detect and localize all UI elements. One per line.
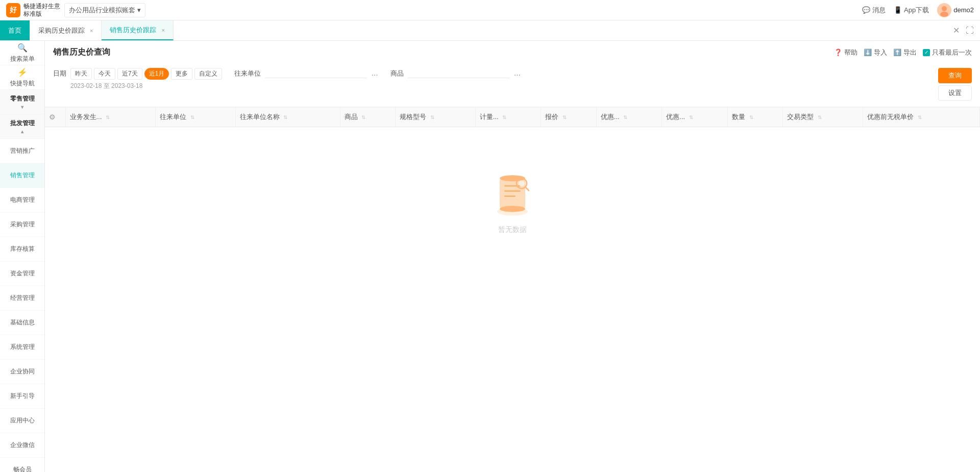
tab-sales-history[interactable]: 销售历史价跟踪 × — [102, 20, 173, 40]
sidebar-item-retail-mgmt[interactable]: 零售管理 ▾ — [0, 90, 44, 114]
maximize-icon[interactable]: ⛶ — [966, 26, 974, 35]
sidebar-item-new-guide[interactable]: 新手引导 — [0, 384, 44, 409]
column-trade-type[interactable]: 交易类型 ⇅ — [783, 107, 863, 127]
sidebar-item-inventory[interactable]: 库存核算 — [0, 237, 44, 262]
product-input-group: ... — [408, 68, 521, 78]
date-btn-custom[interactable]: 自定义 — [194, 68, 222, 80]
sidebar-item-vip[interactable]: 畅会员 — [0, 458, 44, 472]
message-icon: 💬 — [862, 6, 870, 14]
tab-sales-history-label: 销售历史价跟踪 — [110, 26, 156, 35]
partner-input[interactable] — [265, 68, 367, 78]
date-btn-yesterday[interactable]: 昨天 — [70, 68, 92, 80]
tab-purchase-history[interactable]: 采购历史价跟踪 × — [30, 20, 102, 40]
app-download-button[interactable]: 📱 App下载 — [894, 6, 929, 15]
column-quantity[interactable]: 数量 ⇅ — [727, 107, 783, 127]
search-icon: 🔍 — [17, 43, 28, 53]
message-button[interactable]: 💬 消息 — [862, 6, 886, 15]
partner-search-icon[interactable]: ... — [371, 68, 378, 78]
chevron-down-icon: ▾ — [137, 6, 141, 14]
sidebar-item-sales-mgmt[interactable]: 销售管理 — [0, 163, 44, 188]
user-name: demo2 — [953, 6, 974, 14]
close-all-tabs-icon[interactable]: ✕ — [953, 26, 960, 35]
sidebar-item-purchase-mgmt[interactable]: 采购管理 — [0, 213, 44, 237]
sidebar-item-marketing[interactable]: 营销推广 — [0, 139, 44, 163]
sidebar-item-system-mgmt[interactable]: 系统管理 — [0, 335, 44, 360]
page-header: 销售历史价查询 ❓ 帮助 ⬇️ 导入 ⬆️ 导出 ✓ — [45, 41, 980, 107]
header-actions: ❓ 帮助 ⬇️ 导入 ⬆️ 导出 ✓ 只看最后一次 — [834, 48, 972, 57]
content-area: 销售历史价查询 ❓ 帮助 ⬇️ 导入 ⬆️ 导出 ✓ — [45, 41, 980, 472]
sidebar-item-search-menu[interactable]: 🔍 搜索菜单 — [0, 41, 44, 65]
date-btn-more[interactable]: 更多 — [171, 68, 192, 80]
tab-home[interactable]: 首页 — [0, 20, 30, 40]
sort-product-icon: ⇅ — [361, 114, 365, 120]
sidebar-item-basic-info[interactable]: 基础信息 — [0, 311, 44, 335]
logo-area[interactable]: 好 畅捷通好生意 标准版 — [6, 3, 60, 17]
data-table: ⚙ 业务发生... ⇅ 往来单位 ⇅ 往来单位名称 ⇅ — [45, 107, 980, 127]
column-discount2[interactable]: 优惠... ⇅ — [662, 107, 728, 127]
tab-purchase-history-label: 采购历史价跟踪 — [38, 26, 85, 35]
sort-spec-icon: ⇅ — [430, 114, 434, 120]
column-partner-name[interactable]: 往来单位名称 ⇅ — [235, 107, 340, 127]
export-button[interactable]: ⬆️ 导出 — [893, 48, 917, 57]
column-spec[interactable]: 规格型号 ⇅ — [396, 107, 476, 127]
date-filter: 昨天 今天 近7天 近1月 更多 自定义 2023-02-18 至 2023-0… — [70, 68, 222, 90]
empty-state: 暂无数据 — [45, 127, 980, 275]
sidebar-item-ecommerce[interactable]: 电商管理 — [0, 188, 44, 213]
sidebar-item-finance[interactable]: 资金管理 — [0, 262, 44, 286]
sort-unit-icon: ⇅ — [502, 114, 506, 120]
home-label: 首页 — [8, 26, 21, 35]
sort-pre-tax-price-icon: ⇅ — [918, 114, 922, 120]
sort-partner-code-icon: ⇅ — [190, 114, 194, 120]
column-quote[interactable]: 报价 ⇅ — [541, 107, 597, 127]
sort-partner-name-icon: ⇅ — [283, 114, 287, 120]
empty-illustration — [487, 168, 538, 219]
sort-discount1-icon: ⇅ — [623, 114, 627, 120]
column-biz-date[interactable]: 业务发生... ⇅ — [65, 107, 156, 127]
product-filter-group: 商品 ... — [390, 68, 521, 78]
sidebar-item-quick-nav[interactable]: ⚡ 快捷导航 — [0, 65, 44, 90]
sidebar-item-enterprise-wx[interactable]: 企业微信 — [0, 433, 44, 458]
date-range-text: 2023-02-18 至 2023-03-18 — [70, 82, 222, 90]
svg-point-2 — [940, 12, 948, 17]
query-button[interactable]: 查询 — [938, 68, 972, 83]
import-button[interactable]: ⬇️ 导入 — [864, 48, 887, 57]
close-purchase-tab-icon[interactable]: × — [90, 28, 93, 34]
empty-text: 暂无数据 — [498, 225, 527, 234]
tab-bar-actions: ✕ ⛶ — [953, 20, 980, 40]
product-search-icon[interactable]: ... — [514, 68, 521, 78]
date-label: 日期 — [53, 68, 66, 78]
company-selector[interactable]: 办公用品行业模拟账套 ▾ — [64, 3, 145, 17]
date-btn-today[interactable]: 今天 — [94, 68, 115, 80]
settings-column-icon[interactable]: ⚙ — [49, 113, 56, 121]
date-buttons: 昨天 今天 近7天 近1月 更多 自定义 — [70, 68, 222, 80]
column-partner-code[interactable]: 往来单位 ⇅ — [156, 107, 236, 127]
partner-label: 往来单位 — [234, 68, 261, 78]
close-sales-tab-icon[interactable]: × — [161, 27, 164, 33]
show-last-once-checkbox-group[interactable]: ✓ 只看最后一次 — [923, 48, 972, 57]
settings-button[interactable]: 设置 — [938, 85, 972, 101]
sort-discount2-icon: ⇅ — [689, 114, 693, 120]
show-last-once-checkbox[interactable]: ✓ — [923, 49, 930, 56]
tab-bar: 首页 采购历史价跟踪 × 销售历史价跟踪 × ✕ ⛶ — [0, 20, 980, 41]
sidebar-item-operations[interactable]: 经营管理 — [0, 286, 44, 311]
product-input[interactable] — [408, 68, 510, 78]
sidebar-item-app-center[interactable]: 应用中心 — [0, 409, 44, 433]
column-unit[interactable]: 计量... ⇅ — [475, 107, 541, 127]
column-discount1[interactable]: 优惠... ⇅ — [596, 107, 662, 127]
chevron-down-icon: ▴ — [21, 129, 23, 134]
table-container: ⚙ 业务发生... ⇅ 往来单位 ⇅ 往来单位名称 ⇅ — [45, 107, 980, 472]
help-button[interactable]: ❓ 帮助 — [834, 48, 857, 57]
phone-icon: 📱 — [894, 6, 902, 14]
sidebar-item-wholesale-mgmt[interactable]: 批发管理 ▴ — [0, 114, 44, 139]
column-pre-tax-price[interactable]: 优惠前无税单价 ⇅ — [863, 107, 980, 127]
user-profile[interactable]: demo2 — [937, 3, 974, 17]
export-icon: ⬆️ — [893, 49, 901, 56]
svg-point-1 — [942, 6, 947, 11]
column-product[interactable]: 商品 ⇅ — [340, 107, 396, 127]
partner-filter-group: 往来单位 ... — [234, 68, 378, 78]
date-btn-last7[interactable]: 近7天 — [117, 68, 142, 80]
date-btn-last1m[interactable]: 近1月 — [144, 68, 169, 80]
partner-input-group: ... — [265, 68, 378, 78]
product-label: 商品 — [390, 68, 404, 78]
sidebar-item-enterprise[interactable]: 企业协同 — [0, 360, 44, 384]
